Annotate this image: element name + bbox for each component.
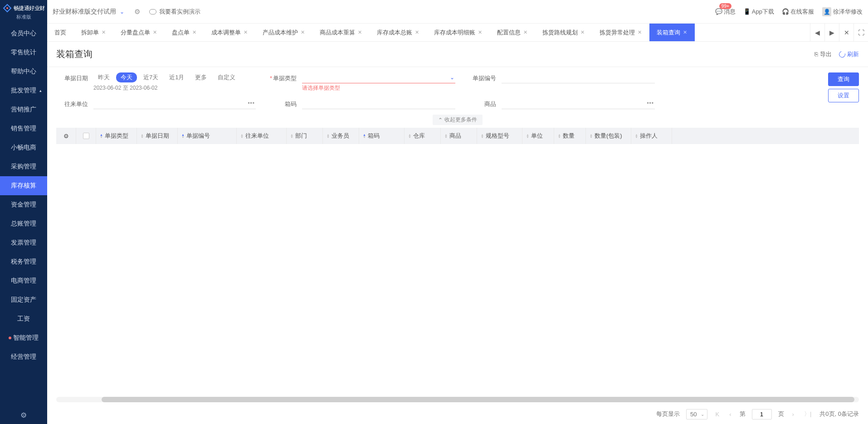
sidebar-item[interactable]: 资金管理 — [0, 195, 47, 214]
sidebar-item[interactable]: 零售统计 — [0, 43, 47, 62]
tab-close-icon[interactable]: ✕ — [244, 29, 248, 35]
tab-close-icon[interactable]: ✕ — [683, 29, 687, 35]
sidebar-item[interactable]: 帮助中心 — [0, 62, 47, 81]
tab-close-icon[interactable]: ✕ — [523, 29, 527, 35]
page-next-button[interactable]: › — [790, 411, 796, 418]
tabs-next-button[interactable]: ▶ — [824, 24, 839, 42]
tab[interactable]: 成本调整单✕ — [204, 24, 255, 41]
page-last-button[interactable]: 〉| — [802, 410, 813, 418]
table-column-header[interactable]: ▲▼单据类型 — [96, 128, 137, 144]
tab-close-icon[interactable]: ✕ — [301, 29, 305, 35]
date-chip[interactable]: 昨天 — [93, 72, 114, 82]
export-button[interactable]: ⎘ 导出 — [814, 50, 832, 58]
tab[interactable]: 拆卸单✕ — [74, 24, 113, 41]
tab[interactable]: 库存成本总账✕ — [370, 24, 427, 41]
refresh-button[interactable]: 刷新 — [839, 50, 859, 58]
tenant-settings-icon[interactable]: ⚙ — [134, 8, 140, 16]
collapse-button[interactable]: ⌃ 收起更多条件 — [433, 115, 483, 125]
date-chip[interactable]: 更多 — [190, 72, 211, 82]
sidebar-item[interactable]: 总账管理 — [0, 214, 47, 233]
table-column-header[interactable]: ▲▼单位 — [522, 128, 554, 144]
tab[interactable]: 盘点单✕ — [165, 24, 204, 41]
user-menu[interactable]: 👤 徐泽华修改 — [822, 7, 863, 16]
sidebar-item[interactable]: 智能管理 — [0, 328, 47, 347]
date-chip[interactable]: 今天 — [116, 72, 137, 82]
bill-type-input[interactable] — [302, 72, 455, 83]
table-column-header[interactable]: ▲▼部门 — [287, 128, 323, 144]
table-hscrollbar[interactable] — [56, 397, 859, 402]
tab-close-icon[interactable]: ✕ — [580, 29, 585, 35]
tab[interactable]: 配置信息✕ — [490, 24, 535, 41]
tab[interactable]: 拣货异常处理✕ — [592, 24, 649, 41]
column-settings-button[interactable]: ⚙ — [56, 128, 76, 144]
more-icon[interactable]: ••• — [647, 100, 654, 106]
sidebar-item[interactable]: 库存核算 — [0, 176, 47, 195]
sidebar-item[interactable]: 小畅电商 — [0, 138, 47, 157]
date-chip[interactable]: 近1月 — [165, 72, 189, 82]
table-column-header[interactable]: ▲▼单据日期 — [137, 128, 178, 144]
table-column-header[interactable]: ▲▼仓库 — [405, 128, 441, 144]
select-all-checkbox[interactable] — [83, 133, 89, 139]
date-chip[interactable]: 自定义 — [213, 72, 240, 82]
sidebar-item[interactable]: 税务管理 — [0, 252, 47, 271]
page-size-select[interactable]: 50 ⌄ — [686, 409, 707, 419]
table-scroll[interactable]: ⚙ ▲▼单据类型▲▼单据日期▲▼单据编号▲▼往来单位▲▼部门▲▼业务员▲▼箱码▲… — [56, 128, 859, 395]
table-column-header[interactable]: ▲▼商品 — [441, 128, 477, 144]
table-column-header[interactable]: ▲▼数量 — [554, 128, 586, 144]
tab[interactable]: 库存成本明细账✕ — [427, 24, 490, 41]
box-code-input[interactable] — [302, 98, 455, 109]
customer-service-button[interactable]: 🎧 在线客服 — [782, 8, 814, 16]
tabs-prev-button[interactable]: ◀ — [810, 24, 824, 42]
tab[interactable]: 商品成本重算✕ — [312, 24, 370, 41]
search-button[interactable]: 查询 — [828, 72, 859, 86]
table-column-header[interactable]: ▲▼规格型号 — [477, 128, 522, 144]
tab[interactable]: 产品成本维护✕ — [255, 24, 312, 41]
messages-button[interactable]: 99+ 💬 消息 — [716, 8, 736, 16]
table-column-header[interactable]: ▲▼业务员 — [323, 128, 359, 144]
date-chip[interactable]: 近7天 — [139, 72, 163, 82]
tab[interactable]: 拣货路线规划✕ — [535, 24, 592, 41]
page-input[interactable] — [752, 409, 772, 419]
table-column-header[interactable]: ▲▼往来单位 — [237, 128, 287, 144]
partner-input[interactable] — [93, 98, 256, 109]
settings-button[interactable]: 设置 — [828, 89, 859, 102]
select-all-cell[interactable] — [76, 128, 96, 144]
sidebar-item[interactable]: 采购管理 — [0, 157, 47, 176]
sidebar-item[interactable]: 销售管理 — [0, 119, 47, 138]
tenant-selector[interactable]: 好业财标准版交付试用 ⌄ — [53, 8, 132, 16]
tab[interactable]: 分量盘点单✕ — [113, 24, 165, 41]
tab-close-icon[interactable]: ✕ — [102, 29, 106, 35]
sidebar-item[interactable]: 固定资产 — [0, 290, 47, 309]
tab-close-icon[interactable]: ✕ — [358, 29, 362, 35]
product-input[interactable] — [502, 98, 655, 109]
sidebar-item[interactable]: 营销推广 — [0, 100, 47, 119]
sidebar-item[interactable]: 发票管理 — [0, 233, 47, 252]
tabs-fullscreen-button[interactable]: ⛶ — [853, 24, 868, 42]
tabs-close-button[interactable]: ✕ — [839, 24, 853, 42]
page-first-button[interactable]: K — [714, 411, 722, 418]
tab[interactable]: 装箱查询✕ — [649, 24, 695, 41]
table-column-header[interactable]: ▲▼箱码 — [359, 128, 405, 144]
tab-close-icon[interactable]: ✕ — [153, 29, 157, 35]
sidebar-item[interactable]: 电商管理 — [0, 271, 47, 290]
dropdown-icon[interactable]: ⌄ — [450, 74, 454, 81]
sidebar-item[interactable]: 工资 — [0, 309, 47, 328]
tab-close-icon[interactable]: ✕ — [415, 29, 419, 35]
tab-close-icon[interactable]: ✕ — [638, 29, 642, 35]
page-prev-button[interactable]: ‹ — [727, 411, 733, 418]
sidebar-item[interactable]: 经营管理 — [0, 347, 47, 366]
table-column-header[interactable]: ▲▼单据编号 — [178, 128, 237, 144]
sidebar-settings[interactable]: ⚙ — [0, 406, 47, 424]
table-column-header[interactable]: ▲▼数量(包装) — [586, 128, 631, 144]
table-column-header[interactable]: ▲▼操作人 — [631, 128, 672, 144]
tab-close-icon[interactable]: ✕ — [192, 29, 196, 35]
demo-link[interactable]: 我要看实例演示 — [149, 8, 200, 16]
sidebar-item[interactable]: 批发管理 — [0, 81, 47, 100]
scrollbar-thumb[interactable] — [102, 397, 854, 402]
bill-code-input[interactable] — [502, 72, 655, 83]
sidebar-item[interactable]: 会员中心 — [0, 24, 47, 43]
tab[interactable]: 首页 — [47, 24, 74, 41]
more-icon[interactable]: ••• — [248, 100, 255, 106]
app-download-button[interactable]: 📱 App下载 — [744, 8, 774, 16]
tab-close-icon[interactable]: ✕ — [478, 29, 482, 35]
